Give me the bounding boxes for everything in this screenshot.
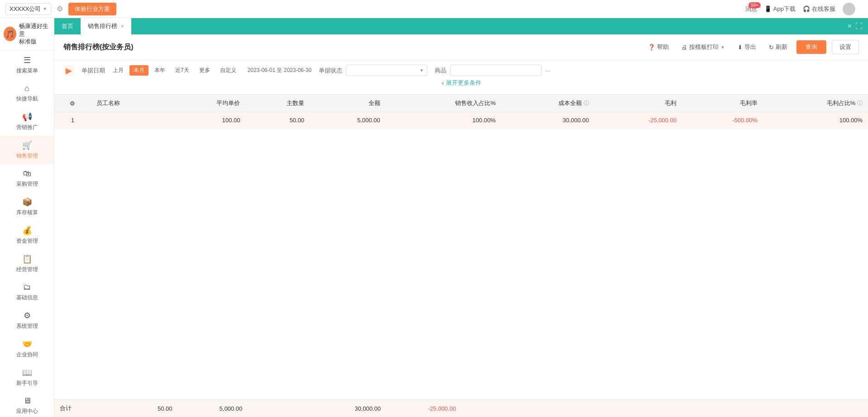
cell-gross: -25,000.00 — [595, 112, 682, 129]
sidebar-item-quicknav[interactable]: ⌂ 快捷导航 — [0, 79, 54, 107]
system-icon: ⚙ — [24, 311, 31, 321]
top-bar-left: XXXXX公司 ▼ ⚙ 体验行业方案 — [5, 3, 116, 15]
sidebar-item-purchase[interactable]: 🛍 采购管理 — [0, 164, 54, 192]
export-label: 导出 — [744, 43, 756, 51]
company-selector[interactable]: XXXXX公司 ▼ — [5, 3, 51, 15]
collapse-filter-icon[interactable]: ▶ — [63, 65, 74, 76]
online-service-label: 在线客服 — [812, 5, 835, 13]
trial-button[interactable]: 体验行业方案 — [68, 3, 116, 15]
cost-info-icon[interactable]: ⓘ — [584, 100, 589, 106]
sidebar-item-finance[interactable]: 💰 资金管理 — [0, 221, 54, 249]
cell-gross-pct: 100.00% — [763, 112, 868, 129]
sidebar-logo: 🎵 畅康通好生意 标准版 — [0, 18, 54, 51]
settings-button[interactable]: 设置 — [832, 40, 859, 54]
app-download-label: App下载 — [773, 5, 796, 13]
date-tab-current-month[interactable]: 本月 — [129, 65, 149, 76]
date-filter-label: 单据日期 — [82, 67, 105, 75]
col-settings[interactable]: ⚙ — [54, 95, 91, 112]
print-button[interactable]: 🖨 按模板打印 ▼ — [678, 41, 729, 53]
guide-icon: 📖 — [22, 368, 32, 378]
sidebar-item-marketing[interactable]: 📢 营销推广 — [0, 107, 54, 136]
cell-rank: 1 — [54, 112, 91, 129]
help-icon: ❓ — [648, 44, 655, 51]
sidebar-item-basic-info[interactable]: 🗂 基础信息 — [0, 278, 54, 306]
goods-input[interactable] — [450, 65, 542, 76]
sidebar-item-label: 经营管理 — [16, 266, 38, 273]
footer-gross: -25,000.00 — [422, 405, 461, 412]
date-filter: 单据日期 上月 本月 本年 近7天 更多 自定义 2023-06-01 至 20… — [82, 65, 312, 76]
page-header: 销售排行榜(按业务员) ❓ 帮助 🖨 按模板打印 ▼ ⬇ 导出 — [54, 34, 868, 60]
data-table: ⚙ 员工名称 平均单价 主数量 全额 销售收入占比% 成本全额 ⓘ 毛利 — [54, 95, 868, 129]
refresh-button[interactable]: ↻ 刷新 — [765, 41, 791, 53]
expand-more-button[interactable]: ∨ 展开更多条件 — [63, 76, 859, 90]
avatar[interactable] — [843, 3, 855, 15]
sidebar-item-label: 库存核算 — [16, 209, 38, 216]
logo-icon: 🎵 — [4, 27, 16, 41]
col-settings-icon[interactable]: ⚙ — [70, 100, 75, 107]
goods-filter-label: 商品 — [435, 67, 446, 75]
expand-label: 展开更多条件 — [446, 79, 481, 87]
col-gross: 毛利 — [595, 95, 682, 112]
print-icon: 🖨 — [681, 44, 687, 51]
date-tab-more[interactable]: 更多 — [195, 65, 214, 76]
operations-icon: 📋 — [22, 254, 32, 264]
footer-amount: 5,000.00 — [214, 405, 248, 412]
sidebar-item-label: 资金管理 — [16, 237, 38, 245]
date-tabs: 上月 本月 本年 近7天 更多 自定义 — [109, 65, 240, 76]
page-title: 销售排行榜(按业务员) — [63, 43, 134, 52]
query-button[interactable]: 查询 — [796, 40, 826, 54]
sidebar-item-label: 营销推广 — [16, 124, 38, 131]
status-select-wrapper: ▼ — [346, 65, 427, 76]
gross-pct-info-icon[interactable]: ⓘ — [857, 100, 863, 106]
col-cost: 成本全额 ⓘ — [501, 95, 595, 112]
help-button[interactable]: ❓ 帮助 — [644, 41, 672, 53]
date-tab-7days[interactable]: 近7天 — [171, 65, 193, 76]
maximize-icon[interactable]: ⛶ — [855, 22, 863, 30]
app-download-button[interactable]: 📱 App下载 — [764, 5, 796, 13]
footer-qty: 50.00 — [152, 405, 178, 412]
filter-row: ▶ 单据日期 上月 本月 本年 近7天 更多 自定义 2023-06-01 至 … — [63, 65, 859, 76]
logo-line1: 畅康通好生意 — [19, 23, 50, 38]
sidebar-item-guide[interactable]: 📖 新手引导 — [0, 363, 54, 392]
tab-close-icon[interactable]: × — [121, 23, 124, 29]
finance-icon: 💰 — [22, 225, 32, 235]
search-menu-icon: ☰ — [24, 55, 31, 65]
refresh-label: 刷新 — [776, 43, 787, 51]
cell-amount: 5,000.00 — [310, 112, 386, 129]
sidebar-item-operations[interactable]: 📋 经营管理 — [0, 249, 54, 278]
table-footer: 合计 50.00 5,000.00 30,000.00 -25,000.00 — [54, 399, 868, 417]
close-window-icon[interactable]: × — [848, 22, 852, 30]
sidebar-item-inventory[interactable]: 📦 库存核算 — [0, 192, 54, 221]
date-tab-prev-month[interactable]: 上月 — [109, 65, 128, 76]
enterprise-icon: 🤝 — [22, 339, 32, 349]
col-sales-pct: 销售收入占比% — [386, 95, 501, 112]
filter-bar: ▶ 单据日期 上月 本月 本年 近7天 更多 自定义 2023-06-01 至 … — [54, 60, 868, 95]
status-select[interactable] — [346, 65, 427, 76]
col-qty: 主数量 — [245, 95, 310, 112]
page-actions: ❓ 帮助 🖨 按模板打印 ▼ ⬇ 导出 ↻ 刷新 — [644, 40, 859, 54]
message-icon[interactable]: 消息 99+ — [745, 5, 757, 13]
sidebar-item-search[interactable]: ☰ 搜索菜单 — [0, 51, 54, 79]
page-content: 销售排行榜(按业务员) ❓ 帮助 🖨 按模板打印 ▼ ⬇ 导出 — [54, 34, 868, 417]
tab-home[interactable]: 首页 — [54, 18, 81, 34]
more-options-icon[interactable]: ··· — [545, 67, 551, 74]
tab-sales-ranking[interactable]: 销售排行榜 × — [81, 18, 131, 34]
gear-icon[interactable]: ⚙ — [55, 3, 65, 15]
sidebar-item-sales[interactable]: 🛒 销售管理 — [0, 136, 54, 164]
sidebar-item-app-center[interactable]: 🖥 应用中心 — [0, 392, 54, 417]
col-avg-price: 平均单价 — [168, 95, 246, 112]
online-service-button[interactable]: 🎧 在线客服 — [803, 5, 835, 13]
print-chevron-icon: ▼ — [720, 45, 725, 50]
refresh-icon: ↻ — [769, 44, 774, 51]
sidebar-item-system[interactable]: ⚙ 系统管理 — [0, 306, 54, 335]
status-filter: 单据状态 ▼ — [319, 65, 427, 76]
sidebar-item-label: 系统管理 — [16, 322, 38, 330]
sidebar-item-enterprise[interactable]: 🤝 企业协同 — [0, 335, 54, 363]
logo-text: 畅康通好生意 标准版 — [19, 23, 50, 46]
date-tab-current-year[interactable]: 本年 — [150, 65, 169, 76]
date-tab-custom[interactable]: 自定义 — [216, 65, 240, 76]
export-button[interactable]: ⬇ 导出 — [734, 41, 760, 53]
company-name: XXXXX公司 — [10, 5, 41, 13]
message-badge: 99+ — [748, 2, 761, 8]
sidebar-item-label: 销售管理 — [16, 152, 38, 160]
